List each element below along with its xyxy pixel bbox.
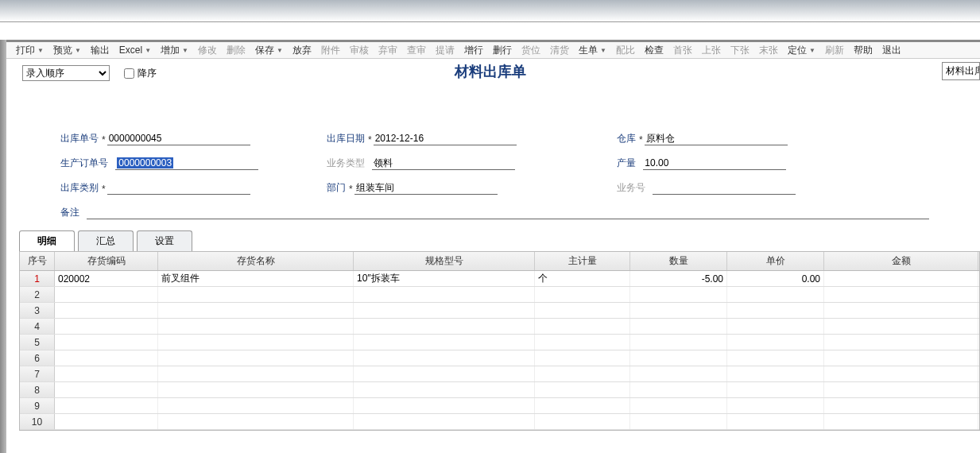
- toolbar-生单[interactable]: 生单▼: [574, 41, 611, 59]
- input-biz-no[interactable]: [653, 182, 796, 195]
- cell-empty[interactable]: [158, 398, 354, 413]
- cell-empty[interactable]: [535, 366, 630, 381]
- input-out-date[interactable]: [374, 133, 517, 145]
- toolbar-放弃[interactable]: 放弃: [288, 41, 316, 59]
- cell-empty[interactable]: [727, 335, 824, 350]
- col-header-7[interactable]: 金额: [824, 252, 978, 270]
- cell-empty[interactable]: [158, 366, 354, 381]
- cell-empty[interactable]: [158, 319, 354, 334]
- cell-empty[interactable]: [158, 303, 354, 318]
- cell-empty[interactable]: [354, 414, 535, 429]
- cell-empty[interactable]: [824, 303, 978, 318]
- cell-empty[interactable]: [158, 382, 354, 397]
- col-header-6[interactable]: 单价: [727, 252, 824, 270]
- cell-empty[interactable]: [727, 398, 824, 413]
- cell-empty[interactable]: [727, 350, 824, 366]
- cell-amt[interactable]: [824, 271, 978, 286]
- cell-empty[interactable]: [55, 287, 158, 302]
- table-row[interactable]: 8: [20, 382, 979, 398]
- table-row[interactable]: 10: [20, 414, 979, 430]
- cell-empty[interactable]: [55, 414, 158, 429]
- cell-spec[interactable]: 10″拆装车: [354, 271, 535, 286]
- input-output[interactable]: [643, 157, 786, 170]
- row-number[interactable]: 3: [20, 303, 55, 318]
- cell-empty[interactable]: [630, 319, 727, 334]
- descending-checkbox-wrap[interactable]: 降序: [124, 67, 157, 80]
- cell-empty[interactable]: [824, 398, 978, 413]
- col-header-0[interactable]: 序号: [20, 252, 55, 270]
- toolbar-预览[interactable]: 预览▼: [48, 41, 86, 59]
- table-row[interactable]: 4: [20, 319, 979, 335]
- toolbar-打印[interactable]: 打印▼: [11, 41, 48, 59]
- input-prod-order[interactable]: 0000000003: [115, 157, 258, 170]
- cell-empty[interactable]: [55, 335, 158, 350]
- cell-empty[interactable]: [535, 398, 630, 413]
- table-row[interactable]: 6: [20, 350, 979, 366]
- col-header-4[interactable]: 主计量: [535, 252, 630, 270]
- cell-empty[interactable]: [354, 350, 535, 366]
- cell-empty[interactable]: [824, 319, 978, 334]
- cell-empty[interactable]: [535, 319, 630, 334]
- row-number[interactable]: 5: [20, 335, 55, 350]
- row-number[interactable]: 2: [20, 287, 55, 302]
- input-biz-type[interactable]: [372, 157, 515, 170]
- cell-empty[interactable]: [824, 382, 978, 397]
- cell-empty[interactable]: [354, 319, 535, 334]
- cell-qty[interactable]: -5.00: [630, 271, 727, 286]
- cell-empty[interactable]: [824, 350, 978, 366]
- tab-汇总[interactable]: 汇总: [78, 230, 134, 251]
- cell-empty[interactable]: [158, 287, 354, 302]
- row-number[interactable]: 9: [20, 398, 55, 413]
- tab-明细[interactable]: 明细: [19, 230, 75, 251]
- row-number[interactable]: 1: [20, 271, 55, 286]
- toolbar-退出[interactable]: 退出: [877, 41, 906, 59]
- sort-order-select[interactable]: 录入顺序: [22, 65, 110, 81]
- input-dept[interactable]: [354, 182, 498, 195]
- cell-empty[interactable]: [354, 398, 535, 413]
- toolbar-删行[interactable]: 删行: [488, 41, 517, 59]
- cell-empty[interactable]: [158, 350, 354, 366]
- cell-empty[interactable]: [630, 303, 727, 318]
- cell-code[interactable]: 020002: [55, 271, 158, 286]
- cell-empty[interactable]: [535, 335, 630, 350]
- cell-empty[interactable]: [354, 382, 535, 397]
- cell-empty[interactable]: [354, 287, 535, 302]
- cell-empty[interactable]: [535, 303, 630, 318]
- cell-empty[interactable]: [727, 414, 824, 429]
- toolbar-定位[interactable]: 定位▼: [783, 41, 820, 59]
- toolbar-帮助[interactable]: 帮助: [849, 41, 877, 59]
- cell-empty[interactable]: [354, 335, 535, 350]
- cell-empty[interactable]: [55, 350, 158, 366]
- cell-empty[interactable]: [727, 319, 824, 334]
- col-header-5[interactable]: 数量: [630, 252, 727, 270]
- cell-empty[interactable]: [630, 414, 727, 429]
- cell-empty[interactable]: [158, 335, 354, 350]
- cell-empty[interactable]: [535, 382, 630, 397]
- cell-empty[interactable]: [630, 335, 727, 350]
- row-number[interactable]: 6: [20, 350, 55, 366]
- cell-name[interactable]: 前叉组件: [158, 271, 354, 286]
- cell-price[interactable]: 0.00: [727, 271, 824, 286]
- cell-empty[interactable]: [55, 398, 158, 413]
- row-number[interactable]: 8: [20, 382, 55, 397]
- cell-empty[interactable]: [535, 287, 630, 302]
- col-header-2[interactable]: 存货名称: [158, 252, 354, 270]
- table-row[interactable]: 5: [20, 335, 979, 350]
- col-header-1[interactable]: 存货编码: [55, 252, 158, 270]
- cell-empty[interactable]: [55, 319, 158, 334]
- cell-empty[interactable]: [727, 382, 824, 397]
- input-warehouse[interactable]: [645, 133, 788, 145]
- toolbar-检查[interactable]: 检查: [640, 41, 668, 59]
- cell-empty[interactable]: [630, 398, 727, 413]
- cell-empty[interactable]: [630, 287, 727, 302]
- cell-empty[interactable]: [630, 382, 727, 397]
- row-number[interactable]: 7: [20, 366, 55, 381]
- toolbar-保存[interactable]: 保存▼: [250, 41, 288, 59]
- input-out-class[interactable]: [107, 182, 250, 195]
- cell-empty[interactable]: [354, 366, 535, 381]
- cell-empty[interactable]: [824, 414, 978, 429]
- row-number[interactable]: 4: [20, 319, 55, 334]
- input-remark[interactable]: [87, 207, 929, 219]
- table-row[interactable]: 3: [20, 303, 979, 319]
- cell-unit[interactable]: 个: [535, 271, 630, 286]
